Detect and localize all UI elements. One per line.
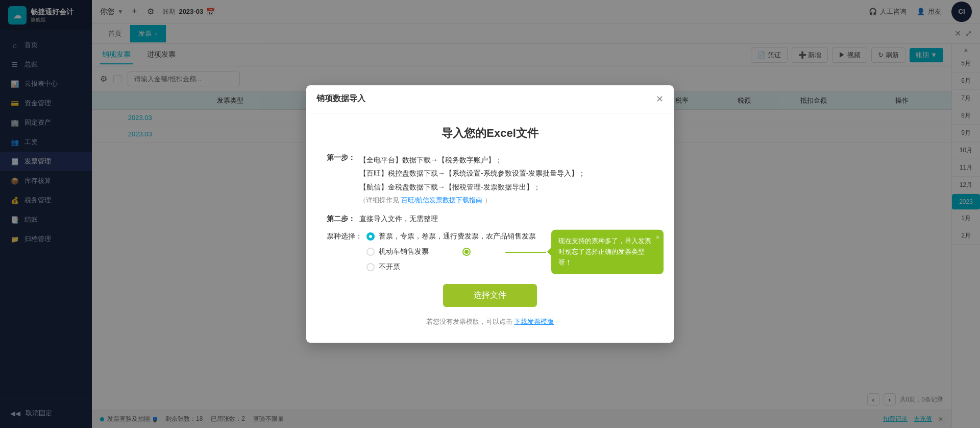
- modal-header: 销项数据导入 ✕: [306, 85, 674, 113]
- step1-line3: 【航信】金税盘数据下载→【报税管理-发票数据导出】；: [359, 180, 585, 194]
- radio-normal-circle: [366, 232, 375, 241]
- import-title: 导入您的Excel文件: [327, 126, 653, 141]
- modal-overlay: 销项数据导入 ✕ 导入您的Excel文件 第一步： 【全电平台】数据下载→【税务…: [0, 0, 980, 428]
- tooltip-connector-dot: [463, 249, 470, 255]
- step2-content: 直接导入文件，无需整理: [359, 215, 438, 224]
- select-file-container: 选择文件: [327, 284, 653, 307]
- radio-none-circle: [366, 263, 375, 271]
- modal-footer: 若您没有发票模版，可以点击 下载发票模版: [327, 317, 653, 326]
- ticket-select: 票种选择： 普票，专票，卷票，通行费发票，农产品销售发票 机动车销售发票: [327, 232, 653, 272]
- step1: 第一步： 【全电平台】数据下载→【税务数字账户】； 【百旺】税控盘数据下载→【系…: [327, 153, 653, 206]
- radio-group: 普票，专票，卷票，通行费发票，农产品销售发票 机动车销售发票: [366, 232, 536, 272]
- radio-motor-row: 机动车销售发票 × 现在支持的票种多了，导入发票时别忘了选择正确的发票类型呀！: [366, 247, 536, 256]
- select-file-btn[interactable]: 选择文件: [443, 284, 537, 307]
- modal-title: 销项数据导入: [316, 93, 365, 104]
- radio-motor-label: 机动车销售发票: [379, 247, 429, 256]
- step1-note: （详细操作见 百旺/航信发票数据下载指南 ）: [359, 194, 585, 207]
- tooltip-arrow: [547, 248, 551, 256]
- modal-body: 导入您的Excel文件 第一步： 【全电平台】数据下载→【税务数字账户】； 【百…: [306, 113, 674, 343]
- tooltip-bubble: × 现在支持的票种多了，导入发票时别忘了选择正确的发票类型呀！: [551, 230, 664, 274]
- ticket-label: 票种选择：: [327, 232, 362, 241]
- tooltip-close-btn[interactable]: ×: [656, 233, 659, 243]
- step2: 第二步： 直接导入文件，无需整理: [327, 215, 653, 224]
- radio-normal[interactable]: 普票，专票，卷票，通行费发票，农产品销售发票: [366, 232, 536, 241]
- radio-motor-circle: [366, 248, 375, 256]
- radio-none[interactable]: 不开票: [366, 263, 536, 272]
- tooltip-connector-line: [505, 252, 546, 253]
- radio-none-label: 不开票: [379, 263, 400, 272]
- step1-label: 第一步：: [327, 153, 355, 162]
- radio-motor[interactable]: 机动车销售发票: [366, 247, 429, 256]
- tooltip-text: 现在支持的票种多了，导入发票时别忘了选择正确的发票类型呀！: [558, 237, 651, 266]
- step2-label: 第二步：: [327, 215, 355, 224]
- radio-normal-label: 普票，专票，卷票，通行费发票，农产品销售发票: [379, 232, 536, 241]
- step1-content: 【全电平台】数据下载→【税务数字账户】； 【百旺】税控盘数据下载→【系统设置-系…: [359, 153, 585, 206]
- guide-link[interactable]: 百旺/航信发票数据下载指南: [401, 196, 483, 204]
- import-modal: 销项数据导入 ✕ 导入您的Excel文件 第一步： 【全电平台】数据下载→【税务…: [306, 85, 674, 343]
- step1-line2: 【百旺】税控盘数据下载→【系统设置-系统参数设置-发票批量导入】；: [359, 167, 585, 180]
- modal-close-btn[interactable]: ✕: [656, 93, 664, 105]
- download-template-link[interactable]: 下载发票模版: [514, 318, 554, 325]
- step1-line1: 【全电平台】数据下载→【税务数字账户】；: [359, 153, 585, 167]
